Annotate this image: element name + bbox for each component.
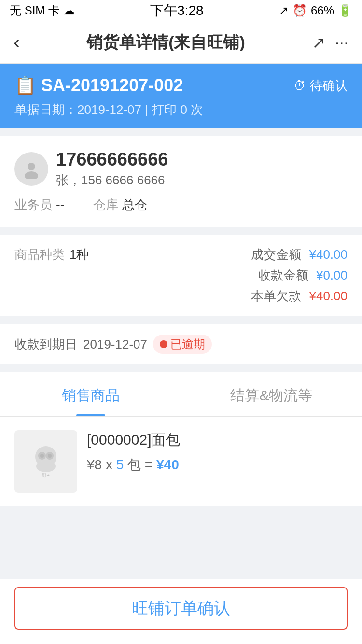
- product-total: ¥40: [156, 457, 179, 472]
- summary-right: 成交金额 ¥40.00 收款金额 ¥0.00 本单欠款 ¥40.00: [251, 246, 348, 305]
- sales-rep-value: --: [56, 197, 64, 212]
- product-types-label: 商品种类: [14, 246, 65, 263]
- multiply-sign: x: [106, 457, 116, 472]
- product-unit: 包: [127, 457, 141, 472]
- amount-label-2: 本单欠款: [251, 288, 301, 305]
- sales-rep-label: 业务员: [14, 196, 52, 213]
- product-item: 野+ [0000002]面包 ¥8 x 5 包 = ¥40: [0, 417, 362, 506]
- amount-row-1: 收款金额 ¥0.00: [258, 267, 348, 284]
- location-icon: ↗: [279, 4, 289, 17]
- overdue-badge: 已逾期: [153, 335, 212, 354]
- customer-section: 17666666666 张，156 6666 6666 业务员 -- 仓库 总仓: [0, 136, 362, 227]
- status-badge: ⏱ 待确认: [293, 77, 348, 94]
- order-id: 📋 SA-20191207-002: [14, 75, 183, 96]
- status-time: 下午3:28: [150, 1, 204, 20]
- product-types-value: 1种: [70, 246, 89, 263]
- due-value: 2019-12-07: [83, 337, 147, 352]
- customer-meta: 业务员 -- 仓库 总仓: [14, 196, 348, 213]
- tabs-header: 销售商品 结算&物流等: [0, 372, 362, 417]
- overdue-text: 已逾期: [170, 336, 205, 352]
- amount-row-2: 本单欠款 ¥40.00: [251, 288, 348, 305]
- page-title: 销货单详情(来自旺铺): [86, 31, 245, 54]
- summary-left: 商品种类 1种: [14, 246, 89, 263]
- back-button[interactable]: ‹: [14, 31, 20, 53]
- status-left: 无 SIM 卡 ☁: [10, 3, 75, 18]
- unit-price: ¥8: [87, 457, 102, 472]
- customer-name: 张，156 6666 6666: [56, 172, 168, 189]
- share-icon[interactable]: ↗: [312, 33, 325, 52]
- status-right: ↗ ⏰ 66% 🔋: [279, 4, 352, 17]
- equal-sign: =: [145, 457, 156, 472]
- amount-label-0: 成交金额: [251, 246, 301, 263]
- order-icon: 📋: [14, 75, 36, 96]
- sim-label: 无 SIM 卡 ☁: [10, 3, 75, 18]
- svg-point-7: [36, 461, 56, 472]
- product-info: [0000002]面包 ¥8 x 5 包 = ¥40: [87, 430, 348, 493]
- battery-label: 66%: [311, 4, 334, 17]
- product-thumbnail: 野+: [14, 430, 77, 493]
- warehouse: 仓库 总仓: [93, 196, 147, 213]
- status-bar: 无 SIM 卡 ☁ 下午3:28 ↗ ⏰ 66% 🔋: [0, 0, 362, 21]
- warehouse-label: 仓库: [93, 196, 118, 213]
- tabs-section: 销售商品 结算&物流等 野+ [0000002]面包 ¥8 x 5 包: [0, 372, 362, 506]
- confirm-button[interactable]: 旺铺订单确认: [14, 587, 348, 630]
- amount-value-1: ¥0.00: [316, 268, 348, 283]
- svg-point-6: [48, 454, 52, 458]
- product-price: ¥8 x 5 包 = ¥40: [87, 456, 348, 474]
- due-section: 收款到期日 2019-12-07 已逾期: [0, 324, 362, 364]
- battery-icon: 🔋: [338, 4, 352, 17]
- clock-icon: ⏱: [293, 78, 306, 93]
- nav-bar: ‹ 销货单详情(来自旺铺) ↗ ···: [0, 21, 362, 64]
- amount-label-1: 收款金额: [258, 267, 308, 284]
- warehouse-value: 总仓: [122, 196, 147, 213]
- amount-value-2: ¥40.00: [309, 289, 348, 304]
- tab-settlement[interactable]: 结算&物流等: [181, 372, 362, 416]
- bottom-bar: 旺铺订单确认: [0, 579, 362, 644]
- customer-phone: 17666666666: [56, 149, 168, 170]
- svg-text:野+: 野+: [42, 473, 50, 478]
- order-date: 单据日期：2019-12-07 | 打印 0 次: [14, 101, 348, 118]
- alarm-icon: ⏰: [292, 4, 307, 17]
- more-icon[interactable]: ···: [335, 33, 348, 52]
- product-name: [0000002]面包: [87, 430, 348, 450]
- amount-row-0: 成交金额 ¥40.00: [251, 246, 348, 263]
- summary-section: 商品种类 1种 成交金额 ¥40.00 收款金额 ¥0.00 本单欠款 ¥40.…: [0, 235, 362, 316]
- customer-top: 17666666666 张，156 6666 6666: [14, 149, 348, 189]
- svg-point-0: [28, 163, 35, 170]
- header-top: 📋 SA-20191207-002 ⏱ 待确认: [14, 75, 348, 96]
- avatar: [14, 152, 48, 186]
- product-types-row: 商品种类 1种: [14, 246, 89, 263]
- amount-value-0: ¥40.00: [309, 247, 348, 262]
- nav-actions: ↗ ···: [312, 33, 348, 52]
- svg-point-5: [40, 454, 44, 458]
- customer-info: 17666666666 张，156 6666 6666: [56, 149, 168, 189]
- product-qty: 5: [116, 457, 124, 472]
- order-header-card: 📋 SA-20191207-002 ⏱ 待确认 单据日期：2019-12-07 …: [0, 64, 362, 128]
- sales-rep: 业务员 --: [14, 196, 64, 213]
- svg-point-1: [25, 171, 38, 179]
- tab-products[interactable]: 销售商品: [0, 372, 181, 416]
- overdue-dot-icon: [160, 340, 167, 348]
- due-label: 收款到期日: [14, 336, 77, 353]
